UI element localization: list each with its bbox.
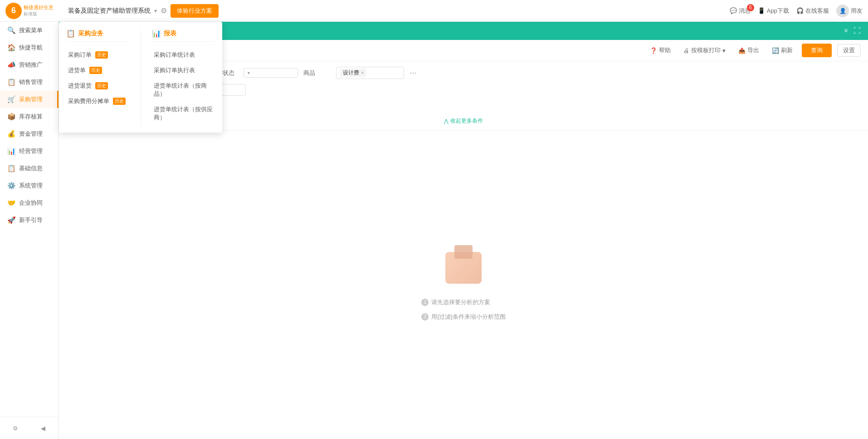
section-title-reports: 📊 报表 (152, 29, 215, 42)
settings-toolbar-button[interactable]: 设置 (837, 44, 861, 57)
messages-button[interactable]: 💬 消息 6 (730, 7, 751, 15)
tab-window-controls: × ⛶ (844, 27, 868, 35)
sidebar-item-quick-nav[interactable]: 🏠 快捷导航 (0, 39, 59, 56)
marketing-icon: 📣 (7, 61, 15, 69)
empty-text-1: 1 请先选择要分析的方案 2 用[过滤]条件来缩小分析范围 (421, 296, 505, 323)
logo-icon: 6 (5, 3, 22, 19)
help-icon: ❓ (650, 47, 657, 54)
sidebar-bottom: ⚙ ◀ (0, 417, 59, 439)
menu-item-incoming[interactable]: 进货单 历史 (66, 63, 130, 78)
print-button[interactable]: 🖨 按模板打印 ▾ (680, 44, 729, 56)
help-button[interactable]: ❓ 帮助 (646, 44, 674, 56)
goods-label: 商品 (303, 69, 331, 77)
logo-area: 6 畅捷通好生意 标准版 (5, 3, 64, 19)
sidebar-item-sales[interactable]: 📋 销售管理 (0, 74, 59, 91)
history-badge-incoming: 历史 (89, 67, 102, 74)
goods-more-btn[interactable]: ··· (410, 68, 416, 78)
print-icon: 🖨 (683, 47, 689, 54)
search-icon: 🔍 (7, 26, 15, 35)
export-icon: 📤 (738, 47, 746, 54)
empty-illustration (441, 247, 486, 293)
sidebar-settings-btn[interactable]: ⚙ (4, 421, 28, 435)
menu-item-purchase-order[interactable]: 采购订单 历史 (66, 47, 130, 63)
sidebar: 🔍 搜索菜单 🏠 快捷导航 📣 营销推广 📋 销售管理 🛒 采购管理 📦 (0, 22, 59, 439)
guide-icon: 🚀 (7, 216, 15, 224)
sales-icon: 📋 (7, 78, 15, 86)
system-name: 装备及固定资产辅助管理系统 (68, 7, 151, 15)
menu-divider (141, 29, 141, 125)
sidebar-item-guide[interactable]: 🚀 新手引导 (0, 212, 59, 229)
goods-tag-close[interactable]: × (361, 70, 364, 75)
sidebar-item-inventory[interactable]: 📦 库存核算 (0, 108, 59, 125)
online-service-button[interactable]: 🎧 在线客服 (796, 7, 829, 15)
sidebar-item-search[interactable]: 🔍 搜索菜单 (0, 22, 59, 39)
base-info-icon: 📋 (7, 164, 15, 173)
menu-item-incoming-stats-goods[interactable]: 进货单统计表（按商品） (152, 78, 215, 102)
purchase-dropdown-menu: 📋 采购业务 采购订单 历史 进货单 历史 进货退货 历史 采购费用分摊单 历史 (59, 22, 222, 133)
app-container: 6 畅捷通好生意 标准版 装备及固定资产辅助管理系统 ▾ ⚙ 体验行业方案 💬 … (0, 0, 868, 439)
bill-status-select[interactable]: ▾ (244, 68, 298, 78)
cooperation-icon: 🤝 (7, 199, 15, 207)
menu-item-expense[interactable]: 采购费用分摊单 历史 (66, 94, 130, 109)
goods-tag: 设计费 × (340, 69, 366, 77)
logo-text: 畅捷通好生意 (24, 4, 54, 10)
sidebar-collapse-btn[interactable]: ◀ (31, 421, 55, 435)
sidebar-item-purchase[interactable]: 🛒 采购管理 (0, 91, 59, 108)
sidebar-item-marketing[interactable]: 📣 营销推广 (0, 56, 59, 74)
sidebar-item-base-info[interactable]: 📋 基础信息 (0, 160, 59, 177)
purchase-business-section: 📋 采购业务 采购订单 历史 进货单 历史 进货退货 历史 采购费用分摊单 历史 (66, 29, 130, 125)
phone-icon: 📱 (758, 7, 765, 14)
system-icon: ⚙️ (7, 182, 15, 190)
menu-item-incoming-stats-supplier[interactable]: 进货单统计表（按供应商） (152, 102, 215, 125)
refresh-icon: 🔄 (772, 47, 779, 54)
title-dropdown-icon[interactable]: ▾ (154, 8, 157, 14)
top-right: 💬 消息 6 📱 App下载 🎧 在线客服 👤 用友 (730, 5, 863, 17)
print-dropdown-icon[interactable]: ▾ (722, 47, 726, 54)
inventory-icon: 📦 (7, 113, 15, 121)
operations-icon: 📊 (7, 147, 15, 155)
reports-section-icon: 📊 (152, 29, 161, 38)
export-button[interactable]: 📤 导出 (735, 44, 763, 56)
purchase-section-icon: 📋 (66, 29, 75, 38)
window-expand-icon[interactable]: ⛶ (853, 27, 861, 35)
section-title-purchase: 📋 采购业务 (66, 29, 130, 42)
menu-item-order-stats[interactable]: 采购订单统计表 (152, 47, 215, 63)
user-avatar: 👤 (836, 5, 849, 17)
system-title: 装备及固定资产辅助管理系统 ▾ ⚙ (68, 6, 167, 15)
refresh-button[interactable]: 🔄 刷新 (768, 44, 796, 56)
settings-icon[interactable]: ⚙ (161, 6, 167, 15)
window-close-icon[interactable]: × (844, 27, 848, 35)
logo-sub: 标准版 (24, 11, 54, 17)
history-badge-purchase-order: 历史 (95, 51, 108, 59)
collapse-button[interactable]: ⋀ 收起更多条件 (444, 117, 483, 125)
menu-item-return[interactable]: 进货退货 历史 (66, 78, 130, 94)
purchase-icon: 🛒 (7, 95, 15, 104)
bill-status-arrow: ▾ (248, 70, 250, 75)
collapse-up-icon: ⋀ (444, 118, 449, 124)
message-badge: 6 (747, 4, 754, 11)
sidebar-item-operations[interactable]: 📊 经营管理 (0, 143, 59, 160)
user-button[interactable]: 👤 用友 (836, 5, 863, 17)
home-icon: 🏠 (7, 44, 15, 52)
query-button[interactable]: 查询 (802, 44, 832, 57)
headset-icon: 🎧 (796, 7, 804, 14)
message-icon: 💬 (730, 7, 737, 14)
finance-icon: 💰 (7, 130, 15, 138)
history-badge-return: 历史 (95, 82, 108, 89)
history-badge-expense: 历史 (113, 98, 126, 105)
empty-state: 1 请先选择要分析的方案 2 用[过滤]条件来缩小分析范围 (59, 131, 868, 439)
sidebar-item-system[interactable]: ⚙️ 系统管理 (0, 177, 59, 194)
reports-section: 📊 报表 采购订单统计表 采购订单执行表 进货单统计表（按商品） 进货单统计表（… (152, 29, 215, 125)
menu-item-order-exec[interactable]: 采购订单执行表 (152, 63, 215, 78)
goods-input[interactable]: 设计费 × (336, 67, 404, 79)
app-download-button[interactable]: 📱 App下载 (758, 7, 789, 15)
top-bar: 6 畅捷通好生意 标准版 装备及固定资产辅助管理系统 ▾ ⚙ 体验行业方案 💬 … (0, 0, 868, 22)
sidebar-item-finance[interactable]: 💰 资金管理 (0, 125, 59, 143)
industry-button[interactable]: 体验行业方案 (171, 4, 219, 18)
sidebar-item-cooperation[interactable]: 🤝 企业协同 (0, 194, 59, 212)
